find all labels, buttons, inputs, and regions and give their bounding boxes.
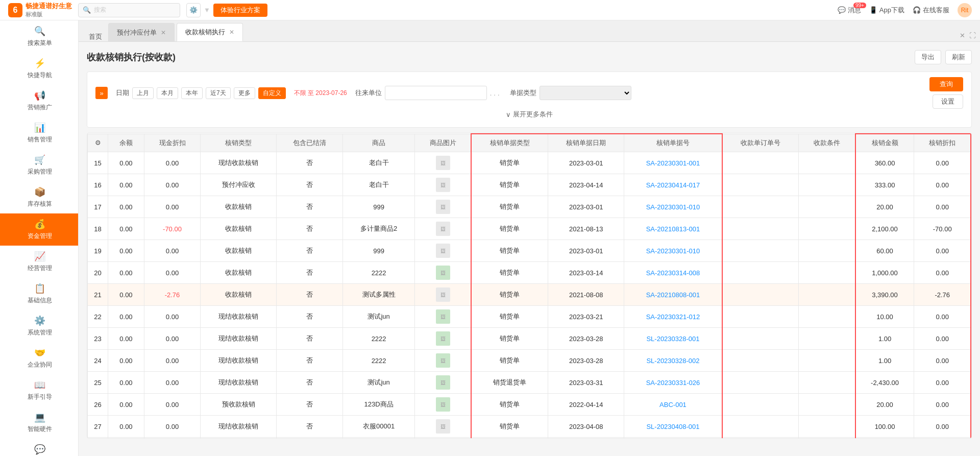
tab-home[interactable]: 首页 <box>83 32 108 41</box>
top-center-actions: ⚙️ ▼ 体验行业方案 <box>186 3 267 17</box>
sidebar-label-corp: 企业协同 <box>28 361 52 369</box>
product-image: 🖼 <box>436 331 450 346</box>
cell-type: 现结收款核销 <box>201 328 277 350</box>
cell-bill-no: SA-20230331-026 <box>624 372 722 394</box>
cell-img: 🖼 <box>414 350 471 372</box>
cell-discount: 0.00 <box>914 328 971 350</box>
cell-cash-discount: -70.00 <box>144 218 200 240</box>
header-actions: 导出 刷新 <box>915 50 972 64</box>
cell-balance: 0.00 <box>108 218 144 240</box>
settings-btn[interactable]: 设置 <box>933 94 963 109</box>
cell-cash-discount: 0.00 <box>144 174 200 196</box>
cell-bill-date: 2021-08-13 <box>548 218 624 240</box>
sidebar-item-business[interactable]: 📈 经营管理 <box>0 246 78 278</box>
bill-no-link[interactable]: SA-20230314-008 <box>646 269 700 277</box>
sidebar-item-search[interactable]: 🔍 搜索菜单 <box>0 20 78 53</box>
sidebar-item-sales[interactable]: 📊 销售管理 <box>0 117 78 149</box>
cell-bill-no: SL-20230418-001 <box>624 438 722 439</box>
tab-prepay[interactable]: 预付冲应付单 ✕ <box>108 23 175 41</box>
bill-no-link[interactable]: SL-20230328-002 <box>646 357 699 365</box>
tab-expand-icon[interactable]: ⛶ <box>969 32 976 39</box>
user-text: Rit <box>961 7 969 14</box>
cell-included: 否 <box>277 394 343 416</box>
sidebar-item-hardware[interactable]: 💻 智能硬件 <box>0 406 78 439</box>
sidebar-item-guide[interactable]: 📖 新手引导 <box>0 374 78 406</box>
sidebar-label-guide: 新手引导 <box>28 393 52 401</box>
cell-cash-discount: 0.00 <box>144 328 200 350</box>
date-btn-7days[interactable]: 近7天 <box>206 87 231 99</box>
cell-product: 老白干 <box>343 174 415 196</box>
bill-no-link[interactable]: SA-20210808-001 <box>646 291 700 299</box>
cell-discount: 0.00 <box>914 240 971 262</box>
cell-balance: 0.00 <box>108 240 144 262</box>
tab-prepay-close[interactable]: ✕ <box>161 29 166 36</box>
tab-receivable[interactable]: 收款核销执行 ✕ <box>177 23 243 41</box>
bill-no-link[interactable]: SL-20230328-001 <box>646 335 699 343</box>
cell-id: 17 <box>88 196 108 218</box>
bill-no-link[interactable]: SA-20230301-010 <box>646 247 700 255</box>
sidebar-item-corp[interactable]: 🤝 企业协同 <box>0 342 78 374</box>
date-btn-this-year[interactable]: 本年 <box>181 87 203 99</box>
export-btn[interactable]: 导出 <box>915 50 941 64</box>
sidebar-item-quick[interactable]: ⚡ 快捷导航 <box>0 53 78 85</box>
sidebar-item-basic[interactable]: 📋 基础信息 <box>0 278 78 310</box>
cell-product: 多计量商品2 <box>343 218 415 240</box>
logo-icon: 6 <box>8 3 22 17</box>
cell-payment-term <box>799 240 855 262</box>
app-download-btn[interactable]: 📱 App下载 <box>869 6 904 15</box>
product-image: 🖼 <box>436 266 450 280</box>
bill-no-link[interactable]: SA-20230414-017 <box>646 181 700 189</box>
filter-row: » 日期 上月 本月 本年 近7天 更多 自定义 <box>95 77 963 109</box>
cell-discount: 0.00 <box>914 262 971 284</box>
cell-id: 26 <box>88 394 108 416</box>
industry-btn[interactable]: 体验行业方案 <box>213 4 267 17</box>
cell-img: 🖼 <box>414 284 471 306</box>
th-bill-date: 核销单据日期 <box>548 134 624 152</box>
message-btn[interactable]: 💬 消息 99+ <box>838 6 861 15</box>
sidebar-item-system[interactable]: ⚙️ 系统管理 <box>0 310 78 342</box>
sidebar-label-quick: 快捷导航 <box>28 71 52 80</box>
sidebar-label-purchase: 采购管理 <box>28 167 52 176</box>
bill-no-link[interactable]: SA-20210813-001 <box>646 225 700 233</box>
partner-input[interactable] <box>385 86 487 100</box>
cell-product: 123D商品 <box>343 394 415 416</box>
cell-included: 否 <box>277 416 343 438</box>
sidebar-item-purchase[interactable]: 🛒 采购管理 <box>0 149 78 181</box>
refresh-btn[interactable]: 刷新 <box>945 50 972 64</box>
cell-order-no <box>722 152 799 174</box>
query-btn[interactable]: 查询 <box>929 77 963 91</box>
bill-no-link[interactable]: SL-20230408-001 <box>646 423 699 430</box>
avatar[interactable]: Rit <box>958 3 972 17</box>
bill-no-link[interactable]: SA-20230331-026 <box>646 379 700 387</box>
service-btn[interactable]: 🎧 在线客服 <box>913 6 949 15</box>
date-btn-custom[interactable]: 自定义 <box>258 87 286 99</box>
bill-no-link[interactable]: ABC-001 <box>659 401 687 409</box>
sidebar-item-marketing[interactable]: 📢 营销推广 <box>0 85 78 117</box>
expand-more-btn[interactable]: ∨ 展开更多条件 <box>502 109 557 120</box>
sidebar-item-inventory[interactable]: 📦 库存核算 <box>0 181 78 213</box>
bill-no-link[interactable]: SA-20230301-010 <box>646 203 700 211</box>
guide-icon: 📖 <box>34 379 45 391</box>
tab-close-all-icon[interactable]: ✕ <box>960 32 965 39</box>
cell-amount: 20.00 <box>855 394 914 416</box>
cell-discount: 0.00 <box>914 350 971 372</box>
expand-more-label: 展开更多条件 <box>513 110 553 119</box>
th-discount: 核销折扣 <box>914 134 971 152</box>
cell-payment-term <box>799 218 855 240</box>
date-btn-this-month[interactable]: 本月 <box>157 87 178 99</box>
date-btn-last-month[interactable]: 上月 <box>132 87 154 99</box>
cell-type: 收款核销 <box>201 218 277 240</box>
th-settings[interactable]: ⚙ <box>88 134 108 152</box>
bill-no-link[interactable]: SA-20230321-012 <box>646 313 700 321</box>
bill-type-select[interactable] <box>540 86 631 100</box>
sidebar-item-finance[interactable]: 💰 资金管理 <box>0 213 78 246</box>
cell-img: 🖼 <box>414 218 471 240</box>
sidebar-item-weixin[interactable]: 💬 企业微信 <box>0 439 78 456</box>
tab-receivable-close[interactable]: ✕ <box>229 29 234 36</box>
filter-expand-arrow[interactable]: » <box>95 87 108 99</box>
date-btn-more[interactable]: 更多 <box>234 87 255 99</box>
top-search-box[interactable]: 🔍 搜索 <box>78 3 180 17</box>
cell-payment-term <box>799 284 855 306</box>
bill-no-link[interactable]: SA-20230301-001 <box>646 159 700 167</box>
settings-gear-btn[interactable]: ⚙️ <box>186 3 201 17</box>
